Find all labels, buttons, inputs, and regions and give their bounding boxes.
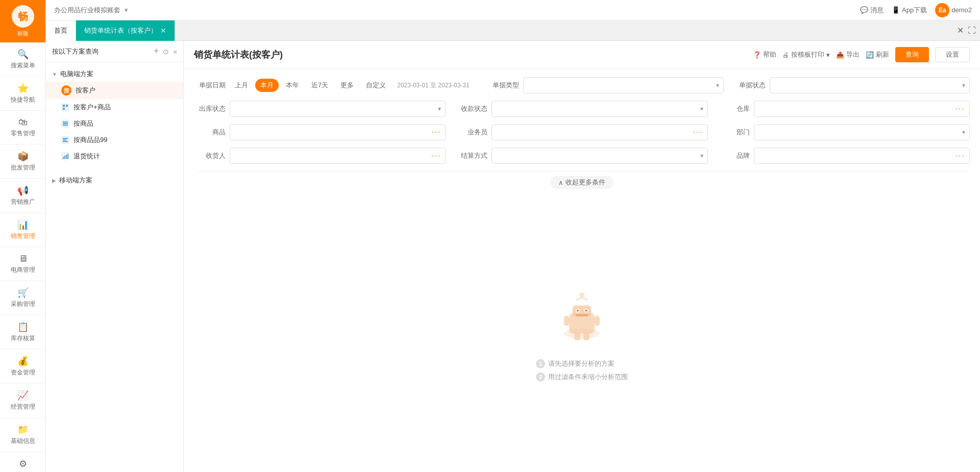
app-download-label: App下载 bbox=[902, 6, 927, 15]
sidebar-item-operations[interactable]: 📈 经营管理 bbox=[0, 384, 45, 418]
payment-method-input[interactable]: ▾ bbox=[492, 148, 707, 164]
goods-99-icon bbox=[61, 136, 69, 144]
sidebar-item-wholesale[interactable]: 📦 批发管理 bbox=[0, 145, 45, 179]
svg-rect-2 bbox=[63, 108, 65, 110]
sidebar-item-inventory[interactable]: 📋 库存核算 bbox=[0, 315, 45, 349]
svg-rect-12 bbox=[67, 154, 68, 159]
industry-dropdown-icon[interactable]: ▾ bbox=[125, 6, 128, 14]
sidebar-item-label: 电商管理 bbox=[11, 266, 35, 274]
retail-icon: 🛍 bbox=[18, 117, 28, 128]
goods-input[interactable]: ··· bbox=[230, 124, 446, 140]
payment-status-input[interactable]: ▾ bbox=[492, 101, 707, 117]
query-button[interactable]: 查询 bbox=[895, 47, 929, 62]
by-customer-icon: 按 bbox=[61, 85, 71, 96]
tab-controls: ✕ ⛶ bbox=[957, 26, 980, 35]
svg-rect-22 bbox=[595, 316, 600, 326]
tab-minimize-button[interactable]: ✕ bbox=[957, 26, 964, 35]
header-right: 💬 消息 📱 App下载 Ea demo2 bbox=[860, 3, 972, 17]
out-status-input[interactable]: ▾ bbox=[230, 101, 446, 117]
doc-type-label: 单据类型 bbox=[487, 81, 523, 90]
svg-rect-6 bbox=[63, 138, 68, 139]
tree-parent-desktop[interactable]: ▼ 电脑端方案 bbox=[46, 66, 183, 82]
date-tab-custom[interactable]: 自定义 bbox=[361, 79, 391, 92]
sidebar-item-ecommerce[interactable]: 🖥 电商管理 bbox=[0, 247, 45, 281]
refresh-button[interactable]: 🔄 刷新 bbox=[866, 50, 889, 59]
date-tab-last-month[interactable]: 上月 bbox=[230, 79, 253, 92]
date-tab-this-year[interactable]: 本年 bbox=[281, 79, 304, 92]
tab-restore-button[interactable]: ⛶ bbox=[968, 26, 976, 35]
finance-icon: 💰 bbox=[17, 356, 29, 367]
sidebar-item-basic-info[interactable]: 📁 基础信息 bbox=[0, 418, 45, 452]
svg-rect-0 bbox=[63, 105, 65, 107]
out-status-dropdown-icon: ▾ bbox=[438, 105, 441, 112]
receiver-more-icon: ··· bbox=[431, 151, 441, 160]
left-panel: 按以下方案查询 + ⊙ « ▼ 电脑端方案 按 按客户 bbox=[46, 41, 184, 472]
print-dropdown-icon[interactable]: ▾ bbox=[826, 51, 830, 59]
sidebar-item-label: 经营管理 bbox=[11, 403, 35, 411]
message-button[interactable]: 💬 消息 bbox=[860, 6, 884, 15]
collapse-label: 收起更多条件 bbox=[566, 178, 605, 187]
doc-type-input[interactable]: ▾ bbox=[523, 77, 724, 93]
top-header: 办公用品行业模拟账套 ▾ 💬 消息 📱 App下载 Ea demo2 bbox=[46, 0, 980, 20]
sidebar-item-label: 采购管理 bbox=[11, 300, 35, 309]
sidebar-item-quick-nav[interactable]: ⭐ 快捷导航 bbox=[0, 77, 45, 111]
brand-more-icon: ··· bbox=[955, 151, 965, 160]
collapse-icon: ∧ bbox=[558, 179, 564, 186]
salesperson-input[interactable]: ··· bbox=[492, 124, 707, 140]
sidebar-item-label: 销售管理 bbox=[11, 232, 35, 241]
sales-stat-tab-label: 销货单统计表（按客户） bbox=[84, 26, 157, 35]
tree-item-by-customer[interactable]: 按 按客户 bbox=[46, 82, 183, 99]
receiver-input[interactable]: ··· bbox=[230, 148, 446, 164]
date-tab-more[interactable]: 更多 bbox=[335, 79, 359, 92]
add-scheme-button[interactable]: + bbox=[154, 46, 159, 57]
sidebar-item-finance[interactable]: 💰 资金管理 bbox=[0, 349, 45, 384]
settings-button[interactable]: 设置 bbox=[935, 47, 970, 62]
sidebar-item-search[interactable]: 🔍 搜索菜单 bbox=[0, 42, 45, 77]
department-input[interactable]: ▾ bbox=[754, 124, 970, 140]
sidebar-item-retail[interactable]: 🛍 零售管理 bbox=[0, 111, 45, 145]
doc-status-input[interactable]: ▾ bbox=[770, 77, 970, 93]
brand-input[interactable]: ··· bbox=[754, 148, 970, 164]
left-panel-actions: + ⊙ « bbox=[154, 46, 177, 57]
tab-home[interactable]: 首页 bbox=[46, 20, 76, 41]
tab-close-icon[interactable]: ✕ bbox=[160, 27, 166, 35]
tree-item-label: 按客户+商品 bbox=[74, 103, 111, 112]
print-button[interactable]: 🖨 按模板打印 ▾ bbox=[782, 50, 830, 59]
logo-icon: 畅 bbox=[12, 5, 34, 28]
empty-hint-1: 1 请先选择要分析的方案 bbox=[536, 359, 628, 368]
svg-rect-24 bbox=[583, 333, 590, 340]
app-download-button[interactable]: 📱 App下载 bbox=[892, 6, 927, 15]
sidebar-item-system[interactable]: ⚙ 系统管理 bbox=[0, 452, 45, 472]
date-filter-col: 单据日期 上月 本月 本年 近7天 更多 自定义 2023-03-01 至 20… bbox=[194, 79, 477, 92]
help-button[interactable]: ❓ 帮助 bbox=[753, 50, 776, 59]
tree-item-return-stat[interactable]: 退货统计 bbox=[46, 148, 183, 164]
user-profile[interactable]: Ea demo2 bbox=[935, 3, 972, 17]
date-filter: 上月 本月 本年 近7天 更多 自定义 2023-03-01 至 2023-03… bbox=[230, 79, 470, 92]
edit-scheme-button[interactable]: ⊙ bbox=[163, 48, 169, 56]
date-tab-this-month[interactable]: 本月 bbox=[255, 79, 279, 92]
tree-item-by-goods[interactable]: 按商品 bbox=[46, 115, 183, 132]
filter-area: 单据日期 上月 本月 本年 近7天 更多 自定义 2023-03-01 至 20… bbox=[184, 69, 980, 201]
tree-parent-mobile[interactable]: ▶ 移动端方案 bbox=[46, 173, 183, 188]
sidebar-item-marketing[interactable]: 📢 营销推广 bbox=[0, 179, 45, 213]
logo-area[interactable]: 畅 标版 bbox=[0, 0, 45, 42]
sidebar-item-label: 资金管理 bbox=[11, 368, 35, 377]
tree-item-goods-99[interactable]: 按商品品99 bbox=[46, 132, 183, 148]
svg-rect-7 bbox=[63, 139, 66, 140]
tab-sales-stat[interactable]: 销货单统计表（按客户） ✕ bbox=[76, 20, 175, 41]
empty-state: 1 请先选择要分析的方案 2 用过滤条件来缩小分析范围 bbox=[184, 201, 980, 472]
help-icon: ❓ bbox=[753, 51, 761, 59]
tree-item-customer-goods[interactable]: 按客户+商品 bbox=[46, 99, 183, 115]
sidebar-item-purchase[interactable]: 🛒 采购管理 bbox=[0, 281, 45, 315]
date-tab-7days[interactable]: 近7天 bbox=[306, 79, 333, 92]
date-range-display: 2023-03-01 至 2023-03-31 bbox=[397, 81, 469, 90]
tree-item-label: 退货统计 bbox=[74, 152, 100, 161]
collapse-button[interactable]: ∧ 收起更多条件 bbox=[550, 176, 614, 189]
sidebar-item-sales[interactable]: 📊 销售管理 bbox=[0, 213, 45, 247]
tree-section-mobile: ▶ 移动端方案 bbox=[46, 169, 183, 192]
export-button[interactable]: 📤 导出 bbox=[836, 50, 860, 59]
out-status-label: 出库状态 bbox=[194, 104, 230, 113]
collapse-panel-button[interactable]: « bbox=[173, 48, 177, 56]
warehouse-input[interactable]: ··· bbox=[754, 101, 970, 117]
svg-rect-5 bbox=[63, 125, 68, 126]
